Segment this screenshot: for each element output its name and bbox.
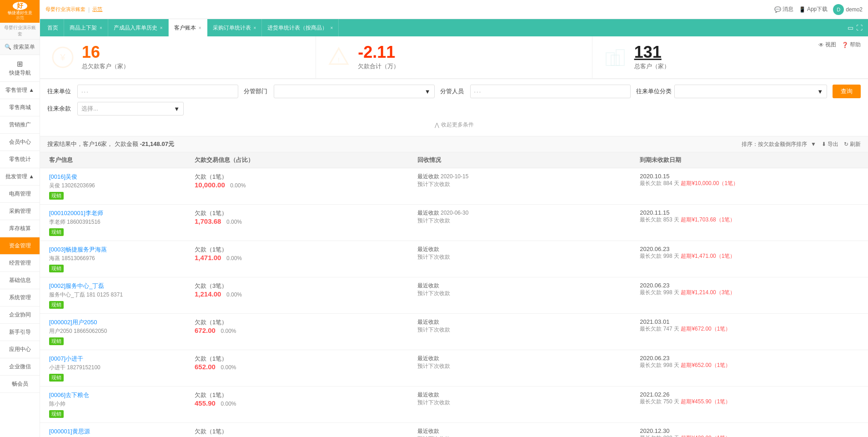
- refresh-btn[interactable]: ↻ 刷新: [844, 141, 861, 148]
- customer-info-4: [000002]用户2050 用户2050 18665062050 现销: [47, 318, 193, 345]
- sidebar-item-kuaijie[interactable]: ⊞ 快捷导航: [0, 55, 40, 82]
- tab-close-jinghuo[interactable]: ×: [330, 25, 333, 30]
- sidebar-item-jichuxinxi[interactable]: 基础信息: [0, 272, 40, 289]
- stats-card-1: ¥ 16 总欠款客户（家）: [40, 36, 316, 78]
- sidebar-item-yingxiao[interactable]: 营销推广: [0, 116, 40, 134]
- search-menu[interactable]: 🔍 搜索菜单: [0, 40, 40, 55]
- overdue-amount-link-0[interactable]: 超期¥10,000.00（1笔）: [681, 180, 738, 186]
- customer-info-3: [0002]服务中心_丁磊 服务中心_丁磊 181 0125 8371 现销: [47, 282, 193, 309]
- tab-expand[interactable]: ⛶: [856, 24, 863, 31]
- tab-minimize[interactable]: ▭: [848, 24, 853, 31]
- help-btn[interactable]: ❓ 帮助: [842, 41, 861, 49]
- stats-label-2: 欠款合计（万）: [358, 62, 582, 70]
- table-row: [0001020001]李老师 李老师 18600391516 现销 欠款（1笔…: [40, 205, 868, 241]
- sidebar-item-huiyuan[interactable]: 会员中心: [0, 134, 40, 151]
- overdue-amount-link-6[interactable]: 超期¥455.90（1笔）: [681, 398, 731, 405]
- sidebar-item-xinshouyindao[interactable]: 新手引导: [0, 324, 40, 341]
- sidebar-item-zijinguanli[interactable]: 资金管理: [0, 237, 40, 255]
- customer-info-7: [000001]黄思源 黄思源 13552700226 现销: [47, 427, 193, 437]
- message-btn[interactable]: 💬 消息: [774, 5, 793, 13]
- tab-kehu[interactable]: 客户账本 ×: [169, 19, 207, 36]
- filter-select-yukuan[interactable]: 选择... ▼: [77, 102, 184, 116]
- due-date-info-2: 2020.06.23 最长欠款 998 天 超期¥1,471.00（1笔）: [638, 246, 861, 260]
- overdue-amount-link-1[interactable]: 超期¥1,703.68（1笔）: [681, 216, 735, 223]
- tab-jinghuo[interactable]: 进货单统计表（按商品） ×: [262, 19, 339, 36]
- col-header-3: 到期未收款日期: [638, 156, 861, 164]
- overdue-amount-link-3[interactable]: 超期¥1,214.00（3笔）: [681, 289, 735, 296]
- sidebar-item-yingyongzhongxin[interactable]: 应用中心: [0, 341, 40, 358]
- overdue-amount-link-7[interactable]: 超期¥429.00（1笔）: [681, 435, 731, 437]
- tab-chanpin[interactable]: 产成品入库单历史 ×: [108, 19, 169, 36]
- sidebar-item-qiyexieyi[interactable]: 企业协同: [0, 306, 40, 324]
- app-download-btn[interactable]: 📱 App下载: [799, 5, 828, 13]
- customer-name-2[interactable]: [0003]畅捷服务尹海蒸: [49, 246, 191, 254]
- tab-close-chanpin[interactable]: ×: [160, 25, 163, 30]
- query-button[interactable]: 查询: [833, 85, 861, 98]
- col-header-0: 客户信息: [47, 156, 193, 164]
- customer-name-7[interactable]: [000001]黄思源: [49, 427, 191, 436]
- filter-label-fenlei: 往来单位分类: [636, 87, 672, 95]
- sidebar-item-caigouguan[interactable]: 采购管理: [0, 203, 40, 220]
- download-icon: 📱: [799, 6, 806, 13]
- filter-select-bumen[interactable]: ▼: [274, 85, 435, 98]
- overdue-amount-link-4[interactable]: 超期¥672.00（1笔）: [681, 326, 731, 332]
- debt-info-4: 欠款（1笔） 672.00 0.00%: [193, 318, 416, 334]
- back-link[interactable]: 示范: [92, 6, 102, 13]
- customer-name-6[interactable]: [0006]去下粮仓: [49, 391, 191, 399]
- stats-label-1: 总欠款客户（家）: [82, 62, 306, 70]
- sidebar-item-pifaguanli[interactable]: 批发管理 ▲: [0, 168, 40, 186]
- filter-input-danwei[interactable]: ···: [77, 85, 238, 98]
- sidebar-item-lingshoshanghui[interactable]: 零售商城: [0, 99, 40, 116]
- sidebar-item-qiyeweixin[interactable]: 企业微信: [0, 358, 40, 376]
- sort-label: 排序：按欠款金额倒序排序: [742, 141, 807, 148]
- sidebar-item-kucunhesuan[interactable]: 库存核算: [0, 220, 40, 237]
- tab-caigou[interactable]: 采购订单统计表 ×: [207, 19, 262, 36]
- tab-close-shangpin[interactable]: ×: [100, 25, 102, 30]
- tab-close-kehu[interactable]: ×: [199, 25, 201, 30]
- customer-name-4[interactable]: [000002]用户2050: [49, 318, 191, 326]
- overdue-amount-link-2[interactable]: 超期¥1,471.00（1笔）: [681, 253, 735, 259]
- sidebar-item-xitongguanli[interactable]: 系统管理: [0, 289, 40, 306]
- due-date-info-7: 2020.12.30 最长欠款 808 天 超期¥429.00（1笔）: [638, 427, 861, 437]
- sidebar-item-lingshoji[interactable]: 零售统计: [0, 151, 40, 168]
- customer-info-6: [0006]去下粮仓 陈小帅 现销: [47, 391, 193, 418]
- export-icon: ⬇: [822, 141, 826, 147]
- refresh-icon: ↻: [844, 141, 848, 147]
- stats-value-2: -2.11: [358, 44, 582, 60]
- sidebar-item-dianshangguan[interactable]: 电商管理: [0, 186, 40, 203]
- filter-input-renyuan[interactable]: ···: [470, 85, 631, 98]
- tab-close-caigou[interactable]: ×: [254, 25, 256, 30]
- customer-tag-6: 现销: [49, 410, 64, 418]
- filter-select-fenlei[interactable]: ▼: [674, 85, 827, 98]
- svg-text:!: !: [338, 56, 340, 64]
- stats-body-2: -2.11 欠款合计（万）: [358, 44, 582, 70]
- customer-sub-1: 李老师 18600391516: [49, 218, 191, 226]
- customer-name-5[interactable]: [0007]小进干: [49, 355, 191, 363]
- customer-info-2: [0003]畅捷服务尹海蒸 海蒸 18513066976 现销: [47, 246, 193, 272]
- due-date-info-1: 2020.11.15 最长欠款 853 天 超期¥1,703.68（1笔）: [638, 209, 861, 224]
- filter-row-1: 往来单位 ··· 分管部门 ▼ 分管人员: [47, 85, 861, 98]
- debt-info-2: 欠款（1笔） 1,471.00 0.00%: [193, 246, 416, 261]
- user-avatar[interactable]: D demo2: [833, 4, 863, 15]
- tab-actions: ▭ ⛶: [844, 24, 866, 31]
- table-row: [000002]用户2050 用户2050 18665062050 现销 欠款（…: [40, 314, 868, 350]
- customer-name-1[interactable]: [0001020001]李老师: [49, 209, 191, 217]
- customer-name-3[interactable]: [0002]服务中心_丁磊: [49, 282, 191, 290]
- stats-cards: ¥ 16 总欠款客户（家） !: [40, 36, 868, 79]
- sidebar-item-jingyingguanli[interactable]: 经营管理: [0, 255, 40, 272]
- export-btn[interactable]: ⬇ 导出: [822, 141, 838, 148]
- debt-info-0: 欠款（1笔） 10,000.00 0.00%: [193, 173, 416, 189]
- customer-sub-4: 用户2050 18665062050: [49, 327, 191, 335]
- collapse-btn[interactable]: ⋀ 收起更多条件: [435, 121, 474, 129]
- view-btn[interactable]: 👁 视图: [818, 41, 836, 49]
- sort-select[interactable]: 排序：按欠款金额倒序排序 ▼: [742, 141, 816, 148]
- table-row: [0006]去下粮仓 陈小帅 现销 欠款（1笔） 455.90 0.00% 最: [40, 387, 868, 423]
- overdue-amount-link-5[interactable]: 超期¥652.00（1笔）: [681, 362, 731, 368]
- customer-name-0[interactable]: [0016]吴俊: [49, 173, 191, 181]
- sidebar-item-lingshoup[interactable]: 零售管理 ▲: [0, 82, 40, 99]
- debt-info-7: 欠款（1笔） 429.00 0.00%: [193, 427, 416, 437]
- tab-home[interactable]: 首页: [42, 19, 64, 36]
- tab-shangpin[interactable]: 商品上下架 ×: [64, 19, 108, 36]
- message-icon: 💬: [774, 6, 781, 13]
- sidebar-item-changhui[interactable]: 畅会员: [0, 376, 40, 393]
